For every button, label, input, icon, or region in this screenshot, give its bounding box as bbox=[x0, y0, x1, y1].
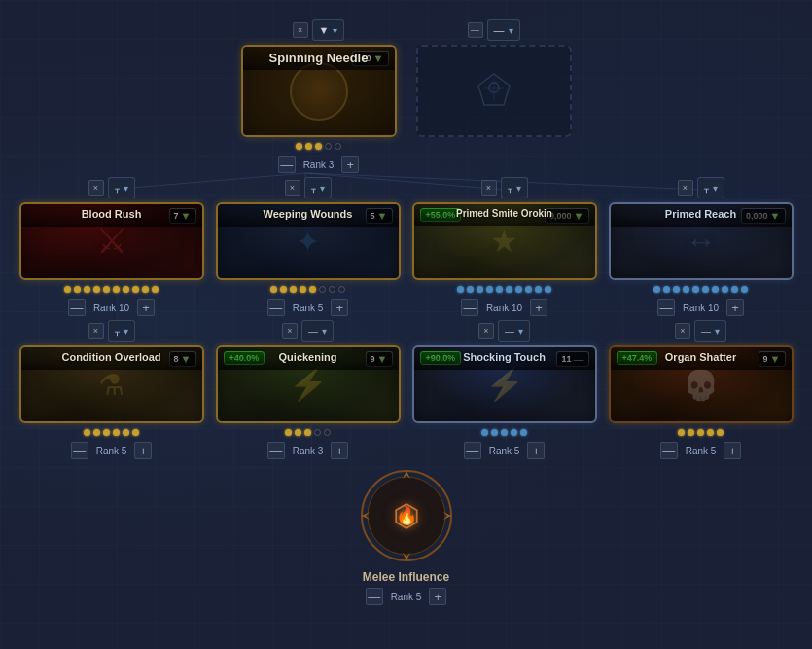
quickening-name: Quickening bbox=[218, 347, 399, 370]
primed-reach-rank-dots bbox=[653, 286, 748, 293]
spinning-needle-rank-dots bbox=[296, 143, 341, 150]
weeping-wounds-rank-control: — Rank 5 + bbox=[267, 299, 349, 316]
weeping-wounds-close[interactable]: × bbox=[285, 180, 300, 196]
quickening-close[interactable]: × bbox=[282, 323, 298, 339]
condition-overload-name: Condition Overload bbox=[21, 347, 202, 370]
aura-rank-label: Rank 5 bbox=[391, 592, 422, 602]
primed-reach-rank-control: — Rank 10 + bbox=[657, 299, 744, 316]
shocking-touch-rank-label: Rank 5 bbox=[489, 446, 520, 456]
shocking-touch-card[interactable]: +90.0% 11— ⚡ Shocking Touch bbox=[412, 345, 597, 423]
shocking-touch-slot: × — ▾ +90.0% 11— ⚡ Shocking Touch bbox=[412, 320, 597, 459]
spinning-needle-rank-control: — Rank 3 + bbox=[278, 156, 360, 173]
quickening-dropdown-icon[interactable]: ▾ bbox=[322, 326, 327, 337]
aura-emblem: ⬡ bbox=[393, 497, 420, 534]
primed-smite-name: Primed Smite Orokin bbox=[414, 204, 595, 226]
primed-reach-card[interactable]: 0,000▼ ↔ Primed Reach bbox=[609, 202, 794, 280]
primed-reach-rank-minus[interactable]: — bbox=[657, 299, 675, 316]
top-empty-close[interactable]: — bbox=[468, 22, 483, 38]
shocking-touch-rank-plus[interactable]: + bbox=[527, 442, 545, 459]
weeping-wounds-rank-label: Rank 5 bbox=[293, 303, 324, 313]
shocking-touch-close[interactable]: × bbox=[478, 323, 494, 339]
condition-overload-rank-dots bbox=[84, 429, 139, 436]
condition-overload-dropdown-icon[interactable]: ▾ bbox=[124, 326, 128, 337]
aura-rank-minus[interactable]: — bbox=[366, 588, 383, 605]
blood-rush-rank-label: Rank 10 bbox=[93, 303, 129, 313]
primed-reach-slot: × ᚁ ▾ 0,000▼ ↔ Primed Reach bbox=[609, 177, 794, 316]
spinning-needle-rank-minus[interactable]: — bbox=[278, 156, 296, 173]
top-empty-slot: — — ▾ bbox=[416, 19, 572, 173]
spinning-needle-rank-label: Rank 3 bbox=[303, 160, 335, 170]
aura-name-display: Melee Influence bbox=[363, 570, 449, 584]
spinning-needle-card[interactable]: ↑10 ▼ Spinning Needle bbox=[241, 45, 397, 137]
top-weapon-close[interactable]: × bbox=[293, 22, 308, 38]
shocking-touch-dropdown-icon[interactable]: ▾ bbox=[518, 326, 523, 337]
primed-smite-rank-dots bbox=[457, 286, 551, 293]
top-weapon-type-badge: ▼ ▾ bbox=[312, 19, 345, 41]
organ-shatter-slot: × — ▾ +47.4% 9▼ 💀 Organ Shatter bbox=[609, 320, 794, 459]
primed-smite-rank-label: Rank 10 bbox=[486, 303, 522, 313]
primed-reach-rank-plus[interactable]: + bbox=[726, 299, 744, 316]
spinning-needle-rank-plus[interactable]: + bbox=[341, 156, 359, 173]
blood-rush-name: Blood Rush bbox=[21, 204, 202, 227]
organ-shatter-card[interactable]: +47.4% 9▼ 💀 Organ Shatter bbox=[609, 345, 794, 423]
primed-smite-dropdown-icon[interactable]: ▾ bbox=[516, 183, 521, 194]
top-weapon-slot: × ▼ ▾ ↑10 ▼ bbox=[241, 19, 397, 173]
blood-rush-rank-control: — Rank 10 + bbox=[68, 299, 155, 316]
top-weapon-dropdown-icon[interactable]: ▾ bbox=[333, 25, 337, 36]
top-empty-type-badge: — ▾ bbox=[487, 19, 520, 41]
condition-overload-rank-minus[interactable]: — bbox=[71, 442, 88, 459]
quickening-type-badge: — ▾ bbox=[301, 320, 334, 342]
organ-shatter-rank-label: Rank 5 bbox=[686, 446, 717, 456]
blood-rush-rank-plus[interactable]: + bbox=[137, 299, 155, 316]
organ-shatter-rank-minus[interactable]: — bbox=[660, 442, 678, 459]
weeping-wounds-dropdown-icon[interactable]: ▾ bbox=[320, 183, 325, 194]
organ-shatter-rank-dots bbox=[678, 429, 724, 436]
condition-overload-card[interactable]: 8▼ ⚗ Condition Overload bbox=[19, 345, 204, 423]
primed-reach-name: Primed Reach bbox=[611, 204, 792, 227]
condition-overload-close[interactable]: × bbox=[88, 323, 104, 339]
primed-smite-rank-plus[interactable]: + bbox=[530, 299, 547, 316]
aura-section: ⬡ 🔥 Melee Influence — Rank 5 + bbox=[10, 467, 802, 605]
blood-rush-rank-minus[interactable]: — bbox=[68, 299, 86, 316]
organ-shatter-rank-plus[interactable]: + bbox=[724, 442, 741, 459]
weeping-wounds-slot: × ᚁ ▾ 5▼ ✦ Weeping Wounds bbox=[216, 177, 401, 316]
quickening-card[interactable]: +40.0% 9▼ ⚡ Quickening bbox=[216, 345, 401, 423]
primed-smite-rank-minus[interactable]: — bbox=[461, 299, 478, 316]
weeping-wounds-rank-minus[interactable]: — bbox=[267, 299, 285, 316]
blood-rush-type-badge: ᚁ ▾ bbox=[108, 177, 135, 198]
quickening-rank-minus[interactable]: — bbox=[267, 442, 285, 459]
mod-row-2: × ᚁ ▾ 8▼ ⚗ Condition Overload bbox=[10, 320, 802, 459]
top-empty-card[interactable] bbox=[416, 45, 572, 137]
blood-rush-close[interactable]: × bbox=[88, 180, 104, 196]
quickening-slot: × — ▾ +40.0% 9▼ ⚡ Quickening bbox=[216, 320, 401, 459]
condition-overload-rank-control: — Rank 5 + bbox=[71, 442, 153, 459]
primed-smite-rank-control: — Rank 10 + bbox=[461, 299, 547, 316]
organ-shatter-name: Organ Shatter bbox=[611, 347, 792, 370]
weeping-wounds-card[interactable]: 5▼ ✦ Weeping Wounds bbox=[216, 202, 401, 280]
top-empty-dropdown-icon[interactable]: ▾ bbox=[509, 25, 513, 36]
quickening-rank-plus[interactable]: + bbox=[331, 442, 348, 459]
quickening-rank-dots bbox=[285, 429, 331, 436]
primed-reach-rank-label: Rank 10 bbox=[683, 303, 719, 313]
condition-overload-rank-label: Rank 5 bbox=[96, 446, 127, 456]
aura-name: Melee Influence bbox=[363, 570, 449, 584]
mod-row-1: × ᚁ ▾ 7▼ ⚔ Blood Rush bbox=[10, 177, 802, 316]
primed-smite-card[interactable]: +55.0% 0,000▼ ★ Primed Smite Orokin bbox=[412, 202, 597, 280]
blood-rush-rank-dots bbox=[64, 286, 159, 293]
blood-rush-card[interactable]: 7▼ ⚔ Blood Rush bbox=[19, 202, 204, 280]
blood-rush-dropdown-icon[interactable]: ▾ bbox=[124, 183, 128, 194]
weeping-wounds-rank-plus[interactable]: + bbox=[331, 299, 348, 316]
top-weapon-type-icon: ▼ bbox=[319, 24, 330, 36]
organ-shatter-close[interactable]: × bbox=[675, 323, 690, 339]
primed-reach-close[interactable]: × bbox=[678, 180, 693, 196]
weeping-wounds-rank-dots bbox=[270, 286, 345, 293]
organ-shatter-dropdown-icon[interactable]: ▾ bbox=[715, 326, 720, 337]
aura-rank-plus[interactable]: + bbox=[429, 588, 446, 605]
primed-reach-dropdown-icon[interactable]: ▾ bbox=[713, 183, 718, 194]
primed-smite-type-badge: ᚁ ▾ bbox=[501, 177, 528, 198]
shocking-touch-type-badge: — ▾ bbox=[498, 320, 530, 342]
spinning-needle-name: Spinning Needle bbox=[243, 47, 395, 70]
primed-smite-close[interactable]: × bbox=[481, 180, 497, 196]
shocking-touch-rank-minus[interactable]: — bbox=[464, 442, 481, 459]
condition-overload-rank-plus[interactable]: + bbox=[134, 442, 152, 459]
